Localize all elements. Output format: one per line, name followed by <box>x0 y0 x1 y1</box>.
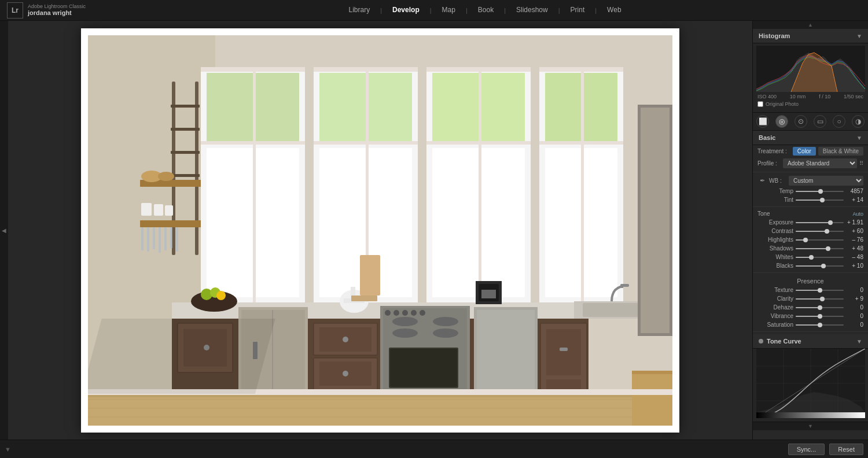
svg-rect-40 <box>426 141 531 145</box>
blacks-label: Blacks <box>757 263 793 269</box>
svg-point-59 <box>343 337 348 342</box>
nav-slideshow[interactable]: Slideshow <box>508 3 556 17</box>
radial-filter[interactable]: ○ <box>833 115 845 128</box>
tone-curve-header[interactable]: Tone Curve ▼ <box>753 334 868 349</box>
svg-rect-5 <box>171 105 200 108</box>
svg-point-92 <box>216 291 226 300</box>
tint-label: Tint <box>757 197 793 203</box>
bw-treatment-btn[interactable]: Black & White <box>818 147 863 156</box>
texture-slider[interactable] <box>796 290 844 291</box>
shadows-slider[interactable] <box>796 248 844 249</box>
svg-rect-104 <box>88 394 672 426</box>
contrast-slider[interactable] <box>796 231 844 232</box>
divider-3 <box>753 272 868 273</box>
nav-map[interactable]: Map <box>434 3 464 17</box>
svg-point-12 <box>158 172 174 181</box>
exposure-row: Exposure + 1.91 <box>753 218 868 227</box>
shadows-label: Shadows <box>757 245 793 252</box>
nav-print[interactable]: Print <box>562 3 593 17</box>
vibrance-value: 0 <box>846 313 863 319</box>
original-photo-checkbox[interactable] <box>757 101 763 107</box>
histogram-header[interactable]: Histogram ▼ <box>753 29 868 43</box>
highlights-label: Highlights <box>757 237 793 243</box>
blacks-row: Blacks + 10 <box>753 261 868 270</box>
wb-select[interactable]: Custom As Shot Daylight Cloudy <box>789 176 863 186</box>
contrast-value: + 60 <box>846 228 863 234</box>
svg-rect-22 <box>165 205 173 216</box>
temp-label: Temp <box>757 188 793 194</box>
panel-scroll-up[interactable]: ▲ <box>753 21 868 29</box>
svg-rect-109 <box>632 371 672 426</box>
original-photo-check: Original Photo <box>756 99 865 109</box>
svg-rect-110 <box>632 371 672 374</box>
svg-point-72 <box>385 310 391 316</box>
nav-book[interactable]: Book <box>470 3 502 17</box>
svg-rect-85 <box>546 329 581 375</box>
tone-subsection: Tone Auto <box>753 209 868 218</box>
aperture-value: f / 10 <box>819 94 830 99</box>
tool-strip: ⬜ ◎ ⊙ ▭ ○ ◑ <box>753 113 868 131</box>
adjustment-brush[interactable]: ◑ <box>852 115 865 128</box>
contrast-label: Contrast <box>757 228 793 234</box>
histogram-info: ISO 400 10 mm f / 10 1/50 sec <box>756 92 865 99</box>
photo-frame <box>81 28 679 433</box>
whites-label: Whites <box>757 254 793 260</box>
temp-value: 4857 <box>846 188 863 194</box>
spot-removal-tool[interactable]: ◎ <box>775 115 788 128</box>
clarity-slider[interactable] <box>796 298 844 300</box>
bottom-bar: ▼ Sync... Reset <box>0 439 868 458</box>
user-name: jordana wright <box>28 9 86 17</box>
nav-library[interactable]: Library <box>340 3 378 17</box>
texture-value: 0 <box>846 287 863 293</box>
svg-point-74 <box>402 310 408 316</box>
auto-tone-btn[interactable]: Auto <box>852 211 863 217</box>
highlights-slider[interactable] <box>796 239 844 241</box>
wb-dropper-icon[interactable]: ✒ <box>757 176 767 186</box>
svg-rect-45 <box>581 67 584 304</box>
left-panel-toggle[interactable]: ◀ <box>0 21 8 439</box>
nav-develop[interactable]: Develop <box>384 3 428 17</box>
exposure-slider[interactable] <box>796 222 844 223</box>
tint-slider[interactable] <box>796 200 844 201</box>
blacks-slider[interactable] <box>796 265 844 267</box>
svg-point-68 <box>392 317 418 326</box>
svg-rect-21 <box>154 204 163 216</box>
svg-rect-46 <box>539 141 623 145</box>
wb-row: ✒ WB : Custom As Shot Daylight Cloudy <box>753 175 868 187</box>
svg-rect-78 <box>390 349 457 387</box>
crop-tool[interactable]: ⬜ <box>756 115 769 128</box>
presence-label: Presence <box>753 275 868 286</box>
sync-button[interactable]: Sync... <box>788 444 825 455</box>
temp-slider[interactable] <box>796 191 844 192</box>
vibrance-slider[interactable] <box>796 316 844 317</box>
whites-slider[interactable] <box>796 257 844 258</box>
exposure-value: + 1.91 <box>846 219 863 226</box>
saturation-value: 0 <box>846 322 863 328</box>
svg-point-73 <box>393 310 399 316</box>
divider-1 <box>753 172 868 172</box>
svg-point-75 <box>411 310 417 316</box>
nav-web[interactable]: Web <box>599 3 629 17</box>
svg-rect-99 <box>351 296 377 301</box>
profile-browse-icon[interactable]: ⠿ <box>859 160 863 167</box>
redeye-tool[interactable]: ⊙ <box>795 115 807 128</box>
svg-rect-39 <box>479 67 481 304</box>
graduated-filter[interactable]: ▭ <box>814 115 826 128</box>
tone-curve-expand-icon: ▼ <box>856 338 862 345</box>
reset-button[interactable]: Reset <box>829 444 863 455</box>
panel-scroll-down[interactable]: ▼ <box>753 422 868 430</box>
basic-panel-title: Basic <box>759 134 775 141</box>
wb-label: WB : <box>769 178 786 184</box>
tone-curve-dot <box>759 339 763 344</box>
svg-rect-100 <box>360 255 380 296</box>
color-treatment-btn[interactable]: Color <box>793 147 816 156</box>
tone-label: Tone <box>757 210 770 217</box>
tint-value: + 14 <box>846 197 863 203</box>
profile-select[interactable]: Adobe Standard Adobe Landscape Adobe Por… <box>783 158 857 168</box>
logo-area: Lr Adobe Lightroom Classic jordana wrigh… <box>7 2 86 19</box>
saturation-slider[interactable] <box>796 324 844 326</box>
basic-panel-header[interactable]: Basic ▼ <box>753 131 868 145</box>
top-bar: Lr Adobe Lightroom Classic jordana wrigh… <box>0 0 868 21</box>
dehaze-slider[interactable] <box>796 307 844 308</box>
svg-rect-112 <box>88 319 275 394</box>
